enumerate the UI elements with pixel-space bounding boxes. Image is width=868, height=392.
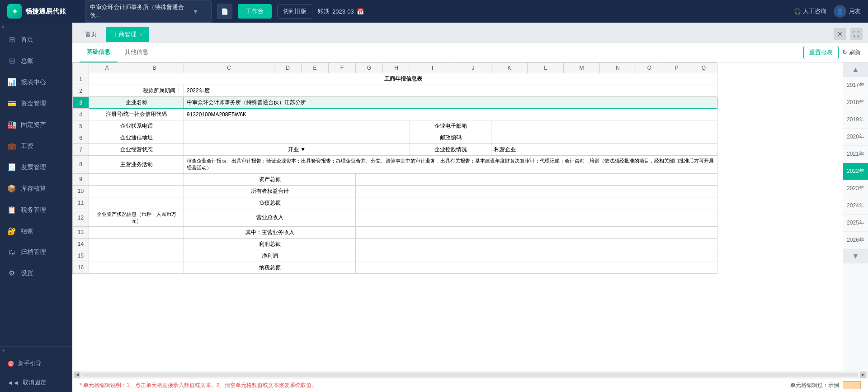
- cell-7-label[interactable]: 企业经营状态: [89, 144, 184, 156]
- year-item-2026[interactable]: 2026年: [843, 232, 868, 249]
- cell-6-addr[interactable]: [184, 132, 410, 144]
- sidebar-item-closing[interactable]: 🔐 结账: [0, 220, 72, 242]
- sub-tab-basic[interactable]: 基础信息: [80, 43, 118, 62]
- scroll-right-button[interactable]: ►: [860, 372, 866, 378]
- sidebar-item-home[interactable]: ⊞ 首页: [0, 29, 72, 50]
- cell-12-label[interactable]: 企业资产状况信息（币种：人民币万元）: [89, 209, 184, 226]
- sidebar-item-finance[interactable]: 💳 资金管理: [0, 93, 72, 114]
- support-button[interactable]: 🎧 人工咨询: [794, 7, 826, 15]
- cell-7-status[interactable]: 开业 ▼: [184, 144, 410, 156]
- spreadsheet-container[interactable]: A B C D E F G H I J K L: [72, 62, 843, 371]
- cell-5-email-label[interactable]: 企业电子邮箱: [410, 120, 491, 132]
- cell-8-label[interactable]: 主营业务活动: [89, 156, 184, 174]
- year-item-2023[interactable]: 2023年: [843, 180, 868, 197]
- user-area[interactable]: 👤 用友: [834, 5, 861, 18]
- cell-14-label[interactable]: 利润总额: [184, 238, 356, 250]
- company-selector[interactable]: 中审众环会计师事务所（特殊普通合伙... ▼: [85, 0, 212, 23]
- cell-16-label[interactable]: 纳税总额: [184, 262, 356, 273]
- year-nav-down[interactable]: ▼: [843, 249, 868, 263]
- sidebar-item-assets[interactable]: 🏭 固定资产: [0, 114, 72, 135]
- sidebar-item-newguide[interactable]: 🎯 新手引导: [0, 354, 72, 373]
- cell-12-value[interactable]: [356, 209, 717, 226]
- sidebar-item-invoice[interactable]: 🧾 发票管理: [0, 157, 72, 178]
- col-header-P[interactable]: P: [663, 63, 690, 73]
- cell-15-label[interactable]: 净利润: [184, 250, 356, 262]
- cell-4-label[interactable]: 注册号/统一社会信用代码: [89, 109, 184, 120]
- year-nav-up[interactable]: ▲: [843, 62, 868, 77]
- col-header-J[interactable]: J: [455, 63, 491, 73]
- cell-6-zip[interactable]: [491, 132, 717, 144]
- cell-5-label[interactable]: 企业联系电话: [89, 120, 184, 132]
- cell-10-value[interactable]: [356, 185, 717, 197]
- document-icon[interactable]: 📄: [217, 4, 232, 19]
- cell-9-label[interactable]: 资产总额: [184, 173, 356, 185]
- cell-10-label[interactable]: 所有者权益合计: [184, 185, 356, 197]
- cell-7-control-label[interactable]: 企业控股情况: [410, 144, 491, 156]
- col-header-E[interactable]: E: [302, 63, 329, 73]
- col-header-K[interactable]: K: [491, 63, 528, 73]
- year-item-2019[interactable]: 2019年: [843, 111, 868, 129]
- cell-2-label[interactable]: 税款所属期间：: [89, 85, 184, 97]
- tab-home[interactable]: 首页: [78, 27, 104, 42]
- cell-title[interactable]: 工商年报信息表: [89, 73, 717, 85]
- sidebar-item-tax[interactable]: 📋 税务管理: [0, 199, 72, 220]
- col-header-F[interactable]: F: [329, 63, 356, 73]
- scroll-left-button[interactable]: ◄: [74, 372, 80, 378]
- col-header-I[interactable]: I: [410, 63, 455, 73]
- sidebar-scroll-up[interactable]: ▲: [0, 23, 6, 29]
- cell-3-label[interactable]: 企业名称: [89, 97, 184, 109]
- tab-active[interactable]: 工商管理 ×: [106, 27, 149, 42]
- cell-13-label[interactable]: 其中：主营业务收入: [184, 226, 356, 238]
- cell-6-zip-label[interactable]: 邮政编码: [410, 132, 491, 144]
- col-header-D[interactable]: D: [274, 63, 302, 73]
- cell-16-value[interactable]: [356, 262, 717, 273]
- tab-expand-button[interactable]: ⛶: [850, 28, 863, 40]
- calendar-icon[interactable]: 📅: [357, 8, 364, 15]
- col-header-G[interactable]: G: [356, 63, 383, 73]
- year-item-2022[interactable]: 2022年: [843, 163, 868, 180]
- cell-11-label[interactable]: 负债总额: [184, 197, 356, 209]
- cell-13-value[interactable]: [356, 226, 717, 238]
- tab-close-icon[interactable]: ×: [139, 32, 142, 37]
- col-header-O[interactable]: O: [636, 63, 663, 73]
- sidebar-item-inventory[interactable]: 📦 库存核算: [0, 178, 72, 199]
- tab-close-button[interactable]: ✕: [834, 28, 846, 40]
- year-item-2017[interactable]: 2017年: [843, 77, 868, 94]
- col-header-L[interactable]: L: [528, 63, 564, 73]
- sidebar-item-salary[interactable]: 💼 工资: [0, 135, 72, 157]
- year-item-2024[interactable]: 2024年: [843, 197, 868, 215]
- sidebar-item-archive[interactable]: 🗂 归档管理: [0, 242, 72, 263]
- col-header-M[interactable]: M: [564, 63, 600, 73]
- reset-report-button[interactable]: 重置报表: [803, 46, 839, 59]
- year-item-2021[interactable]: 2021年: [843, 146, 868, 163]
- refresh-button[interactable]: ↻ 刷新: [842, 48, 861, 57]
- sidebar-item-ledger[interactable]: ⊟ 总账: [0, 50, 72, 72]
- cell-5-phone[interactable]: [184, 120, 410, 132]
- col-header-C[interactable]: C: [184, 63, 274, 73]
- cell-12-rev-label[interactable]: 营业总收入: [184, 209, 356, 226]
- cell-3-value[interactable]: 中审众环会计师事务所（特殊普通合伙）江苏分所: [184, 97, 717, 109]
- col-header-A[interactable]: A: [89, 63, 125, 73]
- col-header-N[interactable]: N: [600, 63, 636, 73]
- workbench-button[interactable]: 工作台: [238, 4, 272, 19]
- col-header-B[interactable]: B: [125, 63, 184, 73]
- h-scroll-track[interactable]: [82, 373, 858, 377]
- cell-4-value[interactable]: 91320100MA208E5W6K: [184, 109, 717, 120]
- sidebar-scroll-down[interactable]: ▼: [0, 347, 7, 354]
- year-item-2025[interactable]: 2025年: [843, 215, 868, 232]
- cell-7-control[interactable]: 私营企业: [491, 144, 717, 156]
- cell-15-value[interactable]: [356, 250, 717, 262]
- old-version-button[interactable]: 切到旧版: [277, 4, 312, 19]
- sidebar-item-settings[interactable]: ⚙ 设置: [0, 263, 72, 284]
- sidebar-item-reports[interactable]: 📊 报表中心: [0, 72, 72, 93]
- year-item-2018[interactable]: 2018年: [843, 94, 868, 111]
- cell-2-value[interactable]: 2022年度: [184, 85, 717, 97]
- sub-tab-other[interactable]: 其他信息: [118, 43, 156, 62]
- col-header-H[interactable]: H: [383, 63, 410, 73]
- cell-9-value[interactable]: [356, 173, 717, 185]
- year-item-2020[interactable]: 2020年: [843, 129, 868, 146]
- cell-6-label[interactable]: 企业通信地址: [89, 132, 184, 144]
- cell-11-value[interactable]: [356, 197, 717, 209]
- col-header-Q[interactable]: Q: [690, 63, 717, 73]
- cell-14-value[interactable]: [356, 238, 717, 250]
